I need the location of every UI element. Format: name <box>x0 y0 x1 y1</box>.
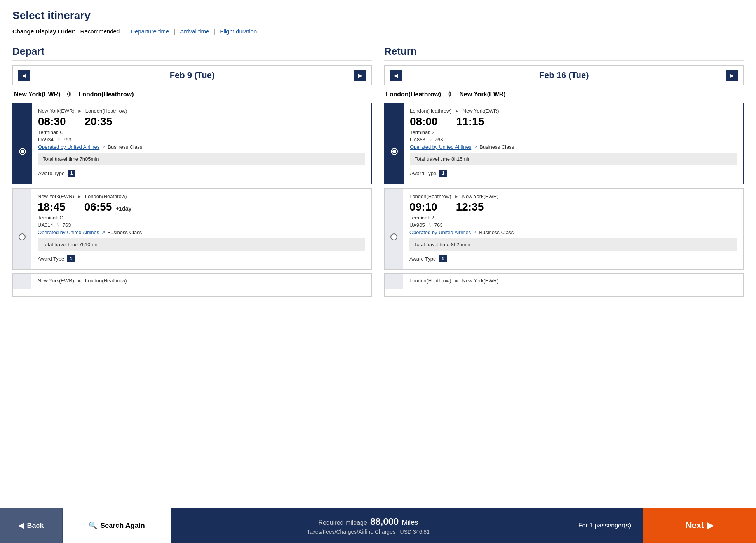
return-to-city: New York(EWR) <box>459 91 505 98</box>
next-chevron-icon: ▶ <box>707 520 714 531</box>
next-button[interactable]: Next ▶ <box>643 508 756 543</box>
depart-f1-star-icon: ☆ <box>56 137 61 143</box>
depart-f3-arrow: ► <box>77 278 82 284</box>
return-next-btn[interactable]: ▶ <box>726 70 738 81</box>
return-from-city: London(Heathrow) <box>386 91 441 98</box>
depart-radio-col-1 <box>13 103 32 184</box>
depart-flight-details-2: New York(EWR) ► London(Heathrow) 18:45 0… <box>31 189 371 269</box>
depart-date: Feb 9 (Tue) <box>170 70 215 80</box>
return-flight-details-1: London(Heathrow) ► New York(EWR) 08:00 1… <box>404 103 743 184</box>
depart-f2-ext-icon: ↗ <box>101 230 105 235</box>
back-chevron-icon: ◀ <box>18 521 24 530</box>
divider-1: | <box>124 28 126 35</box>
depart-f1-from: New York(EWR) <box>38 108 75 114</box>
depart-f1-to: London(Heathrow) <box>85 108 127 114</box>
return-f2-deptime: 09:10 <box>409 201 437 213</box>
return-f2-award-badge: 1 <box>439 255 447 262</box>
depart-f2-to: London(Heathrow) <box>85 193 127 199</box>
return-f2-arrtime: 12:35 <box>456 201 484 213</box>
depart-flight-details-1: New York(EWR) ► London(Heathrow) 08:30 2… <box>32 103 371 184</box>
sort-arrival-link[interactable]: Arrival time <box>180 28 209 35</box>
return-f1-star-icon: ☆ <box>428 137 432 143</box>
return-radio-1[interactable] <box>391 148 398 155</box>
return-f1-arrow: ► <box>455 108 460 114</box>
return-route-header: London(Heathrow) ✈ New York(EWR) <box>384 90 744 99</box>
return-f2-from: London(Heathrow) <box>409 193 451 199</box>
depart-f1-arrtime: 20:35 <box>85 115 113 128</box>
depart-f2-from: New York(EWR) <box>38 193 74 199</box>
depart-partial-details: New York(EWR) ► London(Heathrow) <box>31 274 133 289</box>
sort-duration-link[interactable]: Flight duration <box>220 28 257 35</box>
return-f2-award-label: Award Type <box>409 256 436 262</box>
depart-f1-class: Business Class <box>108 144 142 150</box>
return-f2-flightnum: UA905 <box>409 222 425 228</box>
depart-f1-terminal: Terminal: C <box>38 129 365 135</box>
back-button[interactable]: ◀ Back <box>0 508 62 543</box>
depart-to-city: London(Heathrow) <box>78 91 134 98</box>
sort-departure-link[interactable]: Departure time <box>131 28 169 35</box>
mileage-unit: Miles <box>402 519 418 527</box>
return-flight-card-2[interactable]: London(Heathrow) ► New York(EWR) 09:10 1… <box>384 188 744 270</box>
depart-radio-col-2 <box>13 189 31 269</box>
return-f2-star-icon: ☆ <box>427 222 432 228</box>
depart-f2-operated-link[interactable]: Operated by United Airlines <box>38 230 99 235</box>
depart-f1-traveltime: Total travel time 7h05min <box>38 153 365 165</box>
depart-f2-arrow: ► <box>77 194 82 199</box>
return-f3-arrow: ► <box>455 278 459 284</box>
depart-f2-award-badge: 1 <box>67 255 75 262</box>
return-column: Return ◀ Feb 16 (Tue) ▶ London(Heathrow)… <box>384 45 744 297</box>
return-f1-award-label: Award Type <box>410 171 436 176</box>
search-again-button[interactable]: 🔍 Search Again <box>62 508 171 543</box>
return-f2-ext-icon: ↗ <box>473 230 477 235</box>
return-f1-to: New York(EWR) <box>463 108 499 114</box>
depart-radio-2[interactable] <box>19 233 26 240</box>
depart-f3-from: New York(EWR) <box>38 278 74 284</box>
return-f2-operated-link[interactable]: Operated by United Airlines <box>409 230 471 235</box>
return-flight-details-2: London(Heathrow) ► New York(EWR) 09:10 1… <box>403 189 743 269</box>
taxes-value: USD 346.81 <box>400 529 430 535</box>
depart-f2-aircraft: 763 <box>63 222 71 228</box>
return-flight-card-3[interactable]: London(Heathrow) ► New York(EWR) <box>384 273 744 297</box>
depart-radio-1[interactable] <box>19 148 26 155</box>
depart-flight-card-2[interactable]: New York(EWR) ► London(Heathrow) 18:45 0… <box>12 188 372 270</box>
return-f2-aircraft: 763 <box>434 222 443 228</box>
depart-column: Depart ◀ Feb 9 (Tue) ▶ New York(EWR) ✈ L… <box>12 45 372 297</box>
mileage-value: 88,000 <box>370 516 399 527</box>
depart-flight-card-3[interactable]: New York(EWR) ► London(Heathrow) <box>12 273 372 297</box>
return-f1-deptime: 08:00 <box>410 115 438 128</box>
return-f1-from: London(Heathrow) <box>410 108 452 114</box>
depart-prev-btn[interactable]: ◀ <box>18 70 30 81</box>
depart-f1-aircraft: 763 <box>63 137 71 143</box>
return-date: Feb 16 (Tue) <box>539 70 589 80</box>
depart-f1-operated-link[interactable]: Operated by United Airlines <box>38 144 99 150</box>
footer: ◀ Back 🔍 Search Again Required mileage 8… <box>0 508 756 543</box>
divider-2: | <box>174 28 175 35</box>
return-f2-traveltime: Total travel time 8h25min <box>409 238 737 251</box>
return-f1-class: Business Class <box>479 144 514 150</box>
depart-f2-arrtime: 06:55 +1day <box>84 201 132 213</box>
depart-date-nav: ◀ Feb 9 (Tue) ▶ <box>12 65 372 85</box>
depart-f2-flightnum: UA014 <box>38 222 53 228</box>
return-f1-arrtime: 11:15 <box>456 115 484 128</box>
depart-f2-award-label: Award Type <box>38 256 64 262</box>
depart-flight-card-1[interactable]: New York(EWR) ► London(Heathrow) 08:30 2… <box>12 103 372 184</box>
return-prev-btn[interactable]: ◀ <box>390 70 402 81</box>
depart-partial-radio-col <box>13 274 31 289</box>
return-radio-2[interactable] <box>390 233 397 240</box>
required-mileage-label: Required mileage <box>319 519 367 526</box>
return-f2-to: New York(EWR) <box>462 193 499 199</box>
passenger-section: For 1 passenger(s) <box>566 508 643 543</box>
depart-header: Depart <box>12 45 372 61</box>
depart-f1-deptime: 08:30 <box>38 115 66 128</box>
return-flight-card-1[interactable]: London(Heathrow) ► New York(EWR) 08:00 1… <box>384 103 744 184</box>
return-f3-to: New York(EWR) <box>462 278 499 284</box>
depart-f1-award-badge: 1 <box>68 170 75 177</box>
passenger-label: For 1 passenger(s) <box>578 522 631 529</box>
depart-f1-flightnum: UA934 <box>38 137 54 143</box>
return-f2-arrow: ► <box>455 194 459 199</box>
depart-next-btn[interactable]: ▶ <box>354 70 366 81</box>
page-title: Select itinerary <box>12 9 744 22</box>
depart-f1-ext-icon: ↗ <box>102 144 105 150</box>
return-radio-col-2 <box>385 189 403 269</box>
return-f1-operated-link[interactable]: Operated by United Airlines <box>410 144 471 150</box>
